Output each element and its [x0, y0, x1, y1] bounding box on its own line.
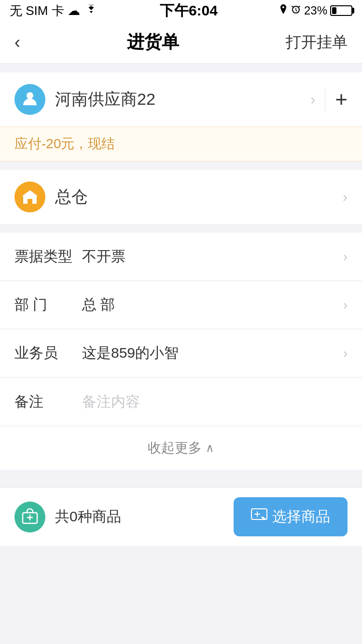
supplier-chevron-icon: ›: [310, 91, 315, 108]
product-icon-wrap: [14, 502, 45, 532]
location-icon: [279, 4, 288, 17]
battery-text: 23%: [304, 4, 327, 17]
salesperson-value: 这是859的小智: [77, 343, 343, 363]
open-pending-button[interactable]: 打开挂单: [286, 32, 348, 53]
status-bar: 无 SIM 卡 ☁ 下午6:04 23%: [0, 0, 362, 21]
select-product-button[interactable]: 选择商品: [234, 497, 348, 536]
remark-label: 备注: [14, 392, 77, 412]
supplier-divider: [325, 87, 325, 112]
warehouse-chevron-icon: ›: [343, 189, 348, 205]
remark-input[interactable]: 备注内容: [77, 392, 348, 412]
warehouse-icon: [21, 188, 39, 206]
bottom-bar: 共0种商品 选择商品: [0, 487, 362, 546]
back-button[interactable]: ‹: [14, 32, 20, 53]
select-product-icon: [251, 508, 267, 526]
department-chevron-icon: ›: [343, 297, 348, 313]
battery-icon: [330, 5, 352, 16]
warehouse-icon-wrap: [14, 182, 45, 212]
form-row-salesperson[interactable]: 业务员 这是859的小智 ›: [0, 329, 362, 378]
salesperson-chevron-icon: ›: [343, 346, 348, 361]
svg-point-1: [27, 92, 33, 99]
status-left: 无 SIM 卡 ☁: [10, 2, 98, 19]
invoice-chevron-icon: ›: [343, 249, 348, 265]
supplier-avatar: [14, 84, 45, 115]
svg-rect-4: [28, 199, 32, 204]
warning-text: 应付-20元，现结: [14, 136, 115, 151]
select-product-label: 选择商品: [272, 507, 330, 527]
alarm-icon: [291, 4, 301, 17]
svg-marker-3: [22, 190, 38, 196]
collapse-row[interactable]: 收起更多 ∧: [0, 426, 362, 470]
supplier-row[interactable]: 河南供应商22 › +: [0, 72, 362, 126]
status-right: 23%: [279, 4, 352, 17]
nav-bar: ‹ 进货单 打开挂单: [0, 21, 362, 64]
form-row-remark[interactable]: 备注 备注内容: [0, 378, 362, 426]
avatar-icon: [21, 89, 39, 111]
warning-banner: 应付-20元，现结: [0, 126, 362, 161]
department-value: 总 部: [77, 295, 343, 315]
section-divider-2: [0, 161, 362, 170]
supplier-section: 河南供应商22 › + 应付-20元，现结: [0, 72, 362, 161]
collapse-label: 收起更多: [148, 439, 202, 457]
section-divider-1: [0, 64, 362, 72]
invoice-value: 不开票: [77, 247, 343, 266]
product-icon: [21, 508, 39, 526]
form-row-invoice[interactable]: 票据类型 不开票 ›: [0, 233, 362, 281]
department-label: 部 门: [14, 295, 77, 315]
add-supplier-button[interactable]: +: [335, 87, 348, 112]
warehouse-row[interactable]: 总仓 ›: [0, 170, 362, 224]
product-count: 共0种商品: [55, 507, 234, 527]
main-content: 河南供应商22 › + 应付-20元，现结 总仓 ›: [0, 64, 362, 546]
section-divider-3: [0, 224, 362, 233]
sim-indicator: 无 SIM 卡 ☁: [10, 2, 80, 19]
page-title: 进货单: [127, 30, 179, 54]
wifi-icon: [84, 3, 98, 18]
supplier-name: 河南供应商22: [55, 88, 310, 111]
salesperson-label: 业务员: [14, 343, 77, 363]
warehouse-name: 总仓: [55, 186, 343, 208]
form-section: 票据类型 不开票 › 部 门 总 部 › 业务员 这是859的小智 › 备注 备…: [0, 233, 362, 426]
collapse-arrow-icon: ∧: [206, 441, 214, 455]
form-row-department[interactable]: 部 门 总 部 ›: [0, 281, 362, 329]
invoice-label: 票据类型: [14, 247, 77, 266]
status-time: 下午6:04: [160, 1, 218, 21]
section-divider-4: [0, 470, 362, 478]
warehouse-section: 总仓 ›: [0, 170, 362, 224]
